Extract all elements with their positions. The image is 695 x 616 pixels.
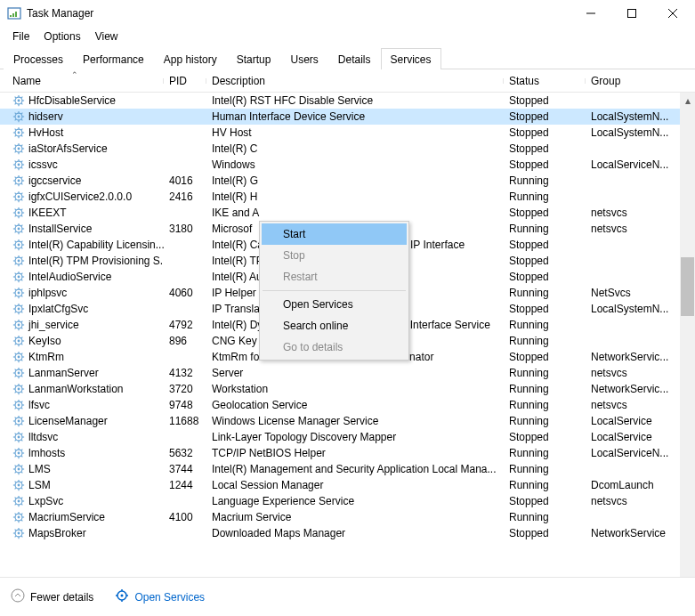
service-name: hidserv <box>28 110 63 123</box>
service-group: LocalSystemN... <box>586 303 675 315</box>
close-button[interactable] <box>652 0 693 27</box>
service-row[interactable]: igccservice4016Intel(R) GRunning <box>0 173 695 189</box>
svg-point-269 <box>18 516 20 519</box>
svg-line-174 <box>15 353 17 355</box>
service-row[interactable]: LicenseManager11688Windows License Manag… <box>0 413 695 429</box>
scroll-track[interactable] <box>680 108 695 578</box>
svg-line-147 <box>21 305 23 307</box>
svg-line-254 <box>15 482 17 483</box>
svg-line-164 <box>15 337 17 339</box>
svg-point-49 <box>18 164 20 166</box>
tab-details[interactable]: Details <box>328 48 381 69</box>
context-open-services[interactable]: Open Services <box>262 294 407 315</box>
service-row[interactable]: LanmanServer4132ServerRunningnetsvcs <box>0 365 695 381</box>
service-row[interactable]: icssvcWindowsStoppedLocalServiceN... <box>0 157 695 173</box>
header-description[interactable]: Description <box>206 75 504 87</box>
service-row[interactable]: LSM1244Local Session ManagerRunningDcomL… <box>0 477 695 493</box>
chevron-up-icon <box>11 588 25 605</box>
tab-services[interactable]: Services <box>381 48 441 69</box>
service-name: jhi_service <box>28 319 79 331</box>
service-row[interactable]: LMS3744Intel(R) Management and Security … <box>0 461 695 477</box>
svg-line-247 <box>21 466 23 467</box>
svg-line-86 <box>15 215 17 217</box>
gear-icon <box>12 255 25 267</box>
service-row[interactable]: HfcDisableServiceIntel(R) RST HFC Disabl… <box>0 93 695 109</box>
context-go-to-details[interactable]: Go to details <box>262 336 407 358</box>
header-group[interactable]: Group <box>586 75 675 87</box>
service-description: Workstation <box>206 383 504 395</box>
service-status: Running <box>504 463 586 475</box>
service-row[interactable]: MacriumService4100Macrium ServiceRunning <box>0 509 695 525</box>
svg-line-145 <box>21 312 23 313</box>
svg-line-235 <box>21 456 23 458</box>
scroll-thumb[interactable] <box>681 257 694 316</box>
service-row[interactable]: iaStorAfsServiceIntel(R) CStopped <box>0 141 695 157</box>
tab-processes[interactable]: Processes <box>4 48 73 69</box>
service-status: Running <box>504 399 586 411</box>
header-pid[interactable]: PID <box>164 75 206 87</box>
service-pid: 4792 <box>164 319 206 331</box>
svg-line-44 <box>15 145 17 147</box>
tab-app-history[interactable]: App history <box>154 48 227 69</box>
context-search-online[interactable]: Search online <box>262 315 407 336</box>
minimize-button[interactable] <box>570 0 611 27</box>
service-row[interactable]: MapsBrokerDownloaded Maps ManagerStopped… <box>0 525 695 541</box>
service-row[interactable]: LxpSvcLanguage Experience ServiceStopped… <box>0 493 695 509</box>
context-restart[interactable]: Restart <box>262 266 407 288</box>
svg-line-155 <box>21 328 23 329</box>
service-pid: 4060 <box>164 287 206 299</box>
service-group: LocalService <box>586 431 675 443</box>
svg-line-125 <box>21 280 23 281</box>
svg-line-216 <box>15 424 17 426</box>
svg-line-256 <box>15 488 17 490</box>
svg-line-16 <box>15 103 17 105</box>
service-row[interactable]: lmhosts5632TCP/IP NetBIOS HelperRunningL… <box>0 445 695 461</box>
svg-line-214 <box>15 417 17 419</box>
menu-file[interactable]: File <box>5 28 36 45</box>
header-status[interactable]: Status <box>504 75 586 87</box>
fewer-details-label: Fewer details <box>30 591 93 604</box>
service-name: iphlpsvc <box>28 287 67 299</box>
service-row[interactable]: IKEEXTIKE and AStoppednetsvcs <box>0 205 695 221</box>
service-pid: 3744 <box>164 463 206 475</box>
header-name[interactable]: Name ⌃ <box>7 75 164 87</box>
svg-line-206 <box>15 408 17 409</box>
service-row[interactable]: lltdsvcLink-Layer Topology Discovery Map… <box>0 429 695 445</box>
tab-users[interactable]: Users <box>280 48 327 69</box>
gear-icon <box>12 190 25 203</box>
service-row[interactable]: igfxCUIService2.0.0.02416Intel(R) HRunni… <box>0 189 695 205</box>
service-group: netsvcs <box>586 367 675 379</box>
svg-line-196 <box>15 392 17 393</box>
service-status: Stopped <box>504 351 586 363</box>
service-row[interactable]: LanmanWorkstation3720WorkstationRunningN… <box>0 381 695 397</box>
context-start[interactable]: Start <box>262 223 407 245</box>
svg-point-179 <box>18 372 20 375</box>
gear-icon <box>12 94 25 107</box>
svg-line-194 <box>15 385 17 387</box>
service-status: Stopped <box>504 239 586 251</box>
vertical-scrollbar[interactable]: ▴ ▾ <box>680 93 695 593</box>
service-row[interactable]: lfsvc9748Geolocation ServiceRunningnetsv… <box>0 397 695 413</box>
tab-performance[interactable]: Performance <box>73 48 154 69</box>
open-services-link[interactable]: Open Services <box>115 588 205 605</box>
svg-point-99 <box>18 244 20 247</box>
fewer-details-button[interactable]: Fewer details <box>11 588 93 605</box>
maximize-button[interactable] <box>611 0 652 27</box>
svg-line-26 <box>15 119 17 121</box>
gear-icon <box>12 495 25 507</box>
service-status: Stopped <box>504 126 586 139</box>
service-row[interactable]: hidservHuman Interface Device ServiceSto… <box>0 109 695 125</box>
svg-rect-5 <box>628 10 636 18</box>
scroll-up-icon[interactable]: ▴ <box>680 93 695 108</box>
menu-options[interactable]: Options <box>36 28 87 45</box>
svg-point-279 <box>18 532 20 535</box>
service-name: IpxlatCfgSvc <box>28 303 88 315</box>
menu-view[interactable]: View <box>88 28 125 45</box>
service-row[interactable]: HvHostHV HostStoppedLocalSystemN... <box>0 125 695 141</box>
tab-startup[interactable]: Startup <box>227 48 281 69</box>
svg-line-85 <box>21 215 23 217</box>
context-stop[interactable]: Stop <box>262 245 407 266</box>
service-status: Stopped <box>504 431 586 443</box>
svg-point-259 <box>18 500 20 503</box>
svg-line-215 <box>21 424 23 426</box>
